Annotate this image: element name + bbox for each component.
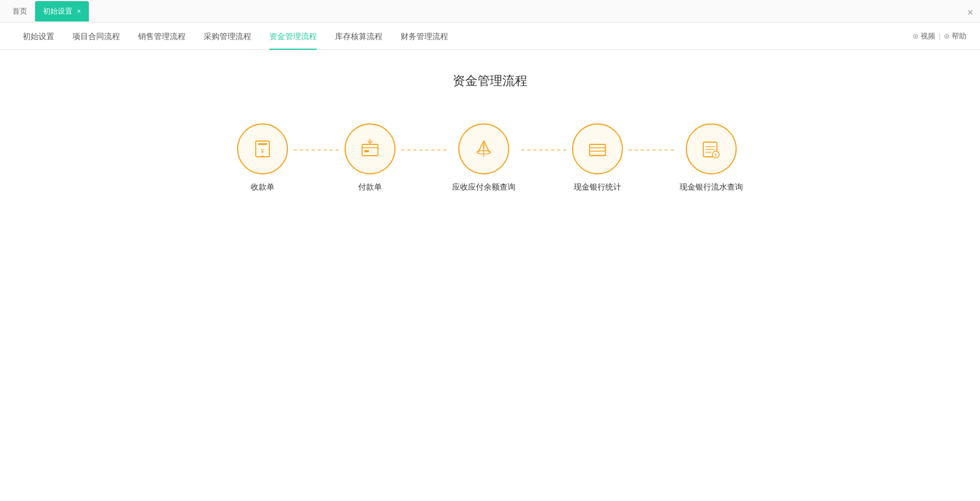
bank-stat-icon-circle — [572, 123, 623, 174]
nav-item-purchase[interactable]: 采购管理流程 — [195, 23, 260, 50]
connector-line-4 — [629, 149, 674, 151]
bank-flow-svg-icon: ¥ — [699, 136, 724, 161]
window-close-icon[interactable]: × — [967, 7, 973, 19]
nav-item-project[interactable]: 项目合同流程 — [63, 23, 129, 50]
flow-row: ¥ 收款单 ¥ 付款单 — [0, 123, 980, 192]
payment-icon-circle: ¥ — [345, 123, 396, 174]
nav-item-capital[interactable]: 资金管理流程 — [260, 23, 326, 50]
balance-icon-circle: ¥ — [458, 123, 509, 174]
initial-setup-tab-label: 初始设置 — [43, 6, 72, 16]
connector-3 — [515, 149, 572, 166]
flow-item-payment[interactable]: ¥ 付款单 — [345, 123, 396, 192]
tab-close-icon[interactable]: × — [77, 7, 81, 15]
flow-item-bank-flow[interactable]: ¥ 现金银行流水查询 — [680, 123, 743, 192]
main-content: 资金管理流程 ¥ 收款单 — [0, 50, 980, 215]
nav-item-initial[interactable]: 初始设置 — [14, 23, 63, 50]
svg-rect-4 — [364, 150, 369, 152]
balance-svg-icon: ¥ — [471, 136, 496, 161]
top-bar: 首页 初始设置 × × — [0, 0, 980, 23]
nav-separator: | — [939, 32, 940, 40]
nav-bar: 初始设置 项目合同流程 销售管理流程 采购管理流程 资金管理流程 库存核算流程 … — [0, 23, 980, 50]
bank-flow-label: 现金银行流水查询 — [680, 182, 743, 192]
connector-line-3 — [521, 149, 566, 151]
svg-text:¥: ¥ — [483, 144, 485, 150]
initial-setup-tab[interactable]: 初始设置 × — [35, 1, 89, 22]
bank-stat-svg-icon — [585, 136, 610, 161]
connector-1 — [288, 149, 345, 166]
connector-2 — [396, 149, 452, 166]
connector-line-2 — [401, 149, 446, 151]
svg-rect-1 — [258, 143, 267, 145]
svg-text:¥: ¥ — [261, 147, 264, 155]
receipt-svg-icon: ¥ — [250, 136, 275, 161]
bank-stat-label: 现金银行统计 — [574, 182, 621, 192]
balance-label: 应收应付余额查询 — [452, 182, 515, 192]
video-link[interactable]: ⊙ 视频 — [913, 31, 935, 41]
receipt-label: 收款单 — [251, 182, 274, 192]
connector-line-1 — [294, 149, 339, 151]
payment-svg-icon: ¥ — [358, 136, 382, 161]
svg-rect-8 — [590, 144, 605, 156]
connector-4 — [623, 149, 680, 166]
receipt-icon-circle: ¥ — [237, 123, 288, 174]
payment-label: 付款单 — [358, 182, 382, 192]
nav-item-sales[interactable]: 销售管理流程 — [129, 23, 195, 50]
home-tab[interactable]: 首页 — [7, 6, 33, 16]
nav-item-finance[interactable]: 财务管理流程 — [392, 23, 457, 50]
svg-rect-3 — [362, 144, 378, 156]
page-title: 资金管理流程 — [0, 72, 980, 89]
flow-item-receipt[interactable]: ¥ 收款单 — [237, 123, 288, 192]
nav-right: ⊙ 视频 | ⊙ 帮助 — [913, 31, 966, 41]
bank-flow-icon-circle: ¥ — [686, 123, 737, 174]
flow-item-balance[interactable]: ¥ 应收应付余额查询 — [452, 123, 515, 192]
help-link[interactable]: ⊙ 帮助 — [944, 31, 966, 41]
nav-item-inventory[interactable]: 库存核算流程 — [326, 23, 392, 50]
svg-text:¥: ¥ — [715, 153, 717, 158]
flow-item-bank-stat[interactable]: 现金银行统计 — [572, 123, 623, 192]
